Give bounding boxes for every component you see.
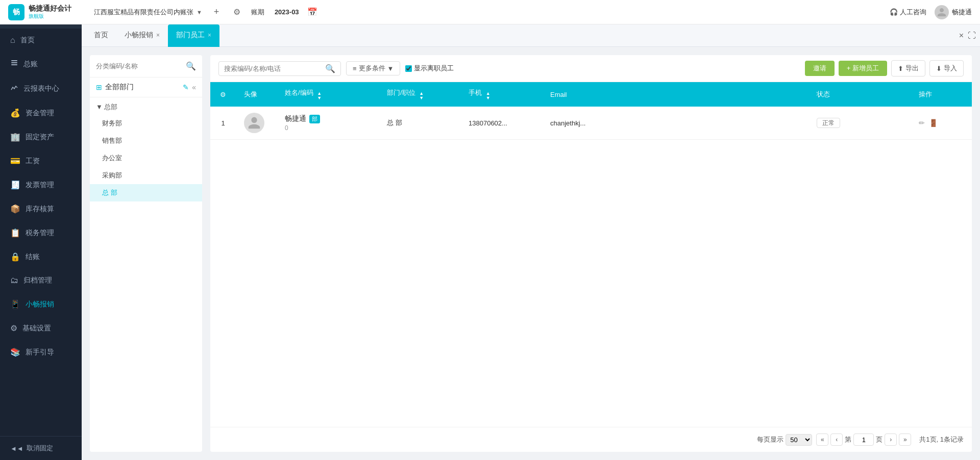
edit-button[interactable]: ✏ <box>919 119 925 127</box>
sidebar-item-settings[interactable]: ⚙ 基础设置 <box>0 316 82 340</box>
dept-collapse-icon[interactable]: « <box>192 83 196 91</box>
row-index: 1 <box>210 107 236 140</box>
emp-search-input[interactable] <box>224 65 322 72</box>
sidebar: ⌂ 首页 总账 云报表中心 💰 资金管理 🏢 固定资产 💳 工资 <box>0 24 82 460</box>
page-suffix: 页 <box>876 435 883 444</box>
sidebar-item-archive[interactable]: 🗂 归档管理 <box>0 269 82 292</box>
logout-button[interactable]: 🚪 <box>929 119 938 127</box>
page-size-selector: 每页显示 10 20 50 100 <box>757 434 812 446</box>
sidebar-item-home[interactable]: ⌂ 首页 <box>0 29 82 52</box>
sidebar-item-reports[interactable]: 云报表中心 <box>0 76 82 101</box>
inventory-icon: 📦 <box>10 204 20 214</box>
emp-code-text: 0 <box>285 124 371 132</box>
phone-sort-icon[interactable]: ▲▼ <box>486 91 491 100</box>
user-area[interactable]: 畅捷通 <box>935 5 972 19</box>
invite-button[interactable]: 邀请 <box>805 61 835 76</box>
sidebar-item-ledger[interactable]: 总账 <box>0 52 82 76</box>
ledger-icon <box>10 59 18 69</box>
pin-icon: ◄◄ <box>10 445 23 452</box>
tab-home[interactable]: 首页 <box>86 24 116 47</box>
tab-expense-close[interactable]: × <box>156 32 160 39</box>
expand-tab-icon[interactable]: ⛶ <box>968 31 976 40</box>
sidebar-label-expense: 小畅报销 <box>26 300 54 309</box>
period-value: 2023-03 <box>275 8 299 16</box>
row-dept-cell: 总 部 <box>379 107 460 140</box>
sidebar-item-assets[interactable]: 🏢 固定资产 <box>0 125 82 149</box>
svg-rect-1 <box>11 62 17 63</box>
last-page-button[interactable]: » <box>899 433 911 446</box>
dept-node-caigou[interactable]: 采购部 <box>90 167 202 184</box>
sidebar-item-closing[interactable]: 🔒 结账 <box>0 245 82 269</box>
sidebar-item-tax[interactable]: 📋 税务管理 <box>0 221 82 245</box>
page-input[interactable] <box>853 433 874 446</box>
sidebar-item-funds[interactable]: 💰 资金管理 <box>0 101 82 125</box>
name-sort-icon[interactable]: ▲▼ <box>317 91 322 100</box>
guide-icon: 📚 <box>10 347 20 357</box>
pagination: « ‹ 第 页 › » <box>816 433 911 446</box>
dept-search-icon[interactable]: 🔍 <box>186 61 196 71</box>
toolbar-right: 邀请 + 新增员工 ⬆ 导出 ⬇ 导入 <box>805 60 964 76</box>
dept-node-caiwu[interactable]: 财务部 <box>90 115 202 132</box>
sidebar-label-reports: 云报表中心 <box>23 84 59 93</box>
show-resigned-checkbox[interactable]: 显示离职员工 <box>405 64 454 73</box>
dept-search-input[interactable] <box>96 62 183 70</box>
sidebar-item-guide[interactable]: 📚 新手引导 <box>0 340 82 364</box>
all-dept-label: 全部部门 <box>105 83 134 92</box>
col-email: Email <box>542 82 808 107</box>
dept-tree: ▼ 总部 财务部 销售部 办公室 采购部 总 部 <box>90 97 202 452</box>
svg-rect-2 <box>11 64 17 65</box>
tab-expense[interactable]: 小畅报销 × <box>116 24 168 47</box>
row-status-cell: 正常 <box>808 107 911 140</box>
company-selector[interactable]: 江西服宝精品有限责任公司内账张 ▼ <box>94 8 202 17</box>
export-button[interactable]: ⬆ 导出 <box>891 60 925 76</box>
sidebar-item-salary[interactable]: 💳 工资 <box>0 149 82 173</box>
import-button[interactable]: ⬇ 导入 <box>929 60 964 76</box>
support-button[interactable]: 🎧 人工咨询 <box>890 8 926 17</box>
more-filters-button[interactable]: ≡ 更多条件 ▼ <box>346 61 400 75</box>
first-page-button[interactable]: « <box>816 433 828 446</box>
col-avatar: 头像 <box>236 82 277 107</box>
add-tab-button[interactable]: + <box>210 6 223 18</box>
home-icon: ⌂ <box>10 36 15 45</box>
main-layout: ⌂ 首页 总账 云报表中心 💰 资金管理 🏢 固定资产 💳 工资 <box>0 24 980 460</box>
col-name[interactable]: 姓名/编码 ▲▼ <box>277 82 379 107</box>
tab-dept-close[interactable]: × <box>208 32 211 39</box>
sidebar-item-expense[interactable]: 📱 小畅报销 <box>0 292 82 316</box>
tab-dept-emp[interactable]: 部门员工 × <box>168 24 219 47</box>
logo-icon: 畅 <box>8 4 24 20</box>
prev-page-button[interactable]: ‹ <box>830 433 843 446</box>
pin-toggle[interactable]: ◄◄ 取消固定 <box>0 436 82 460</box>
dept-grid-icon: ⊞ <box>96 83 102 91</box>
tree-expand-icon[interactable]: ▼ <box>96 103 103 111</box>
close-tab-icon[interactable]: × <box>959 31 964 40</box>
employee-table: ⚙ 头像 姓名/编码 ▲▼ 部门/职位 ▲▼ <box>210 82 972 427</box>
tab-home-label: 首页 <box>94 31 108 40</box>
sidebar-label-ledger: 总账 <box>23 60 38 69</box>
expense-icon: 📱 <box>10 299 20 309</box>
sidebar-label-closing: 结账 <box>26 252 40 262</box>
col-dept[interactable]: 部门/职位 ▲▼ <box>379 82 460 107</box>
tab-dept-label: 部门员工 <box>176 31 205 40</box>
calendar-icon[interactable]: 📅 <box>307 7 317 17</box>
page-size-select[interactable]: 10 20 50 100 <box>786 434 812 446</box>
sidebar-label-funds: 资金管理 <box>26 109 54 118</box>
dept-sort-icon[interactable]: ▲▼ <box>419 91 424 100</box>
col-actions: 操作 <box>911 82 972 107</box>
show-resigned-input[interactable] <box>405 65 412 72</box>
dept-node-xiaoshou[interactable]: 销售部 <box>90 132 202 149</box>
dept-node-zongbu-sub[interactable]: 总 部 <box>90 184 202 201</box>
sidebar-label-archive: 归档管理 <box>23 276 52 285</box>
add-employee-button[interactable]: + 新增员工 <box>839 61 887 76</box>
next-page-button[interactable]: › <box>885 433 897 446</box>
dept-edit-button[interactable]: ✎ <box>183 83 189 91</box>
reports-icon <box>10 84 18 94</box>
sidebar-label-assets: 固定资产 <box>26 133 54 142</box>
sidebar-item-inventory[interactable]: 📦 库存核算 <box>0 197 82 221</box>
sidebar-item-invoice[interactable]: 🧾 发票管理 <box>0 173 82 197</box>
col-phone[interactable]: 手机 ▲▼ <box>460 82 542 107</box>
dept-node-bangong[interactable]: 办公室 <box>90 149 202 167</box>
row-name-cell: 畅捷通 部 0 <box>277 107 379 140</box>
settings-icon[interactable]: ⚙ <box>231 6 243 18</box>
emp-search-icon[interactable]: 🔍 <box>325 64 335 73</box>
sidebar-label-tax: 税务管理 <box>26 228 54 238</box>
